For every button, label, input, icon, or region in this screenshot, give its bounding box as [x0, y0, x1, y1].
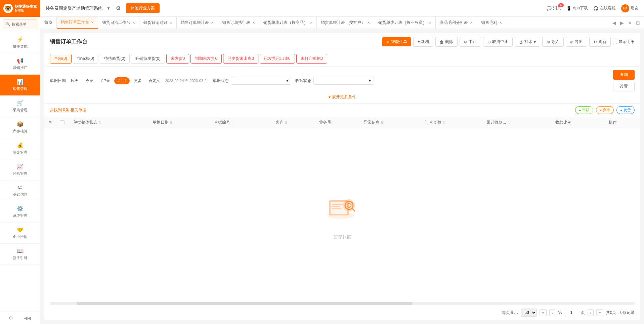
tab-expand-button[interactable]: ⊡: [635, 19, 641, 27]
prev-page-button[interactable]: ‹: [549, 309, 555, 316]
online-service-button[interactable]: 🎧 在线客服: [593, 5, 616, 11]
search-menu-button[interactable]: 🔍 搜索菜单: [3, 19, 37, 29]
filter-tab-all[interactable]: 全部(0): [50, 54, 72, 64]
per-page-select[interactable]: 50: [521, 309, 537, 317]
last-page-button[interactable]: »: [596, 309, 603, 316]
table-col-settings[interactable]: ⊞: [44, 117, 56, 128]
cancel-audit-button[interactable]: ● 弃审: [596, 106, 614, 114]
tab-sales-product[interactable]: 销货单统计表（按商品） ✕: [259, 17, 317, 29]
tab-sales-exec[interactable]: 销售订单执行表 ✕: [218, 17, 259, 29]
filter-tab-overdue[interactable]: 到期未发货0: [190, 54, 222, 64]
sort-amount-icon[interactable]: ⇅: [442, 121, 445, 124]
tab-sales-order-close[interactable]: ✕: [91, 21, 94, 24]
tab-cash-reconcile-close[interactable]: ✕: [170, 21, 172, 25]
tab-sales-staff-close[interactable]: ✕: [429, 21, 431, 25]
audit-button[interactable]: ● 审核: [575, 106, 593, 114]
sidebar-item-operations[interactable]: 📈 经营管理: [0, 159, 40, 180]
show-detail-checkbox[interactable]: [613, 40, 617, 44]
sidebar-item-marketing[interactable]: 📢 营销推广: [0, 53, 40, 75]
expand-conditions-button[interactable]: ▾ 展开更多条件: [329, 94, 356, 100]
sort-exception-icon[interactable]: ⇅: [381, 121, 383, 124]
set-button[interactable]: 设置: [613, 82, 635, 91]
tab-gross-close[interactable]: ✕: [499, 21, 502, 25]
tab-prev-button[interactable]: ◀: [611, 19, 617, 27]
sidebar-item-system[interactable]: ⚙️ 系统管理: [0, 201, 40, 222]
date-custom[interactable]: 自定义: [146, 77, 163, 84]
tab-sales-stats-close[interactable]: ✕: [211, 21, 214, 25]
system-dropdown[interactable]: ▼: [106, 6, 111, 11]
cancel-suspend-button[interactable]: ⊙ 取消中止: [483, 37, 513, 47]
app-download-button[interactable]: 📱 App下载: [566, 5, 588, 11]
settings-bottom-button[interactable]: ⚙: [9, 315, 13, 321]
user-menu[interactable]: Ea 用友: [621, 4, 639, 12]
tab-gross[interactable]: 销售毛利 ✕: [477, 17, 506, 29]
tab-cash-reconcile[interactable]: 钱货日清对账 ✕: [139, 17, 177, 29]
filter-tab-shipped-not-out[interactable]: 已发货未出库0: [223, 54, 258, 64]
print-button[interactable]: 🖨 打印 ▾: [515, 37, 540, 47]
sort-number-icon[interactable]: ⇅: [231, 121, 234, 124]
sidebar-item-basic[interactable]: 🗂 基础信息: [0, 180, 40, 201]
horizontal-scrollbar[interactable]: [50, 302, 635, 305]
query-button[interactable]: 查询: [613, 70, 635, 80]
filter-tab-wangpu[interactable]: 旺铺待发货(0): [131, 54, 165, 64]
next-page-button[interactable]: ›: [588, 309, 594, 316]
message-button[interactable]: 💬 消息 6: [547, 5, 561, 11]
sort-status-icon[interactable]: ⇅: [98, 121, 101, 124]
tab-sales-staff[interactable]: 销货单统计表（按业务员） ✕: [374, 17, 436, 29]
sidebar-search[interactable]: 🔍 搜索菜单: [0, 17, 40, 32]
tab-sales-exec-close[interactable]: ✕: [252, 21, 255, 25]
page-input[interactable]: [565, 309, 578, 316]
sidebar-item-enterprise[interactable]: 🤝 企业协同: [0, 222, 40, 244]
sidebar-item-quick-nav[interactable]: ⚡ 快捷导航: [0, 32, 40, 53]
filter-tab-not-shipped[interactable]: 未发货0: [166, 54, 189, 64]
sort-date-icon[interactable]: ⇅: [170, 121, 172, 124]
delete-button[interactable]: 🗑 删除: [435, 37, 458, 47]
settings-icon[interactable]: ⚙: [116, 5, 121, 11]
select-all-checkbox[interactable]: [60, 120, 65, 125]
status-filter-select[interactable]: ▾: [231, 77, 291, 85]
tab-margin[interactable]: 商品毛利分析表 ✕: [436, 17, 477, 29]
tab-sales-customer[interactable]: 销货单统计表（按客户） ✕: [317, 17, 374, 29]
export-button[interactable]: ⊕ 导出: [566, 37, 587, 47]
filter-tab-pending-check[interactable]: 待拣验货(0): [100, 54, 130, 64]
show-detail-checkbox-group[interactable]: 显示明细: [613, 39, 635, 45]
sidebar-item-purchase[interactable]: 🛒 采购管理: [0, 96, 40, 117]
new-button[interactable]: + 新增: [413, 37, 433, 47]
tab-next-button[interactable]: ▶: [619, 19, 625, 27]
filter-tab-not-printed[interactable]: 未打印单据0: [296, 54, 328, 64]
tab-cash-daily-close[interactable]: ✕: [132, 21, 135, 25]
tab-sales-customer-close[interactable]: ✕: [367, 21, 370, 25]
tab-margin-close[interactable]: ✕: [470, 21, 473, 25]
smart-create-button[interactable]: ★ 智能生单: [382, 37, 411, 46]
date-more[interactable]: 更多: [131, 77, 144, 84]
tab-sales-product-close[interactable]: ✕: [310, 21, 312, 25]
sidebar-item-finance[interactable]: 💰 资金管理: [0, 138, 40, 159]
date-yesterday[interactable]: 昨天: [68, 77, 81, 84]
col-settings-icon[interactable]: ⊞: [48, 120, 52, 125]
suspend-button[interactable]: ⊘ 中止: [460, 37, 481, 47]
sort-collected-icon[interactable]: ⇅: [507, 121, 510, 124]
industry-btn[interactable]: 体验行业方案: [126, 3, 160, 13]
tab-sales-order[interactable]: 销售订单工作台 ✕: [57, 17, 98, 29]
table-col-checkbox[interactable]: [56, 117, 69, 128]
date-1month[interactable]: 近1月: [114, 77, 130, 84]
filter-tab-shipped-out[interactable]: 已发货已出库0: [260, 54, 295, 64]
sidebar-item-inventory[interactable]: 📦 库存核算: [0, 117, 40, 138]
tab-cash-daily[interactable]: 钱货日清工作台 ✕: [98, 17, 139, 29]
collapse-button[interactable]: ◀◀: [24, 315, 31, 321]
tab-close-all-button[interactable]: ✕: [627, 19, 633, 27]
filter-tab-pending-review[interactable]: 待审核(0): [73, 54, 99, 64]
payment-filter-select[interactable]: ▾: [313, 77, 374, 85]
first-page-button[interactable]: «: [540, 309, 547, 316]
refresh-button[interactable]: ↻ 刷新: [589, 37, 611, 47]
sidebar-item-guide[interactable]: 📖 新手引导: [0, 244, 40, 265]
import-button[interactable]: ⊕ 导入: [542, 37, 564, 47]
date-7days[interactable]: 近7天: [97, 77, 113, 84]
date-today[interactable]: 今天: [83, 77, 96, 84]
sort-customer-icon[interactable]: ⇅: [285, 121, 287, 124]
tab-sales-stats[interactable]: 销售订单统计表 ✕: [177, 17, 218, 29]
scrollbar-thumb[interactable]: [77, 302, 413, 305]
sidebar-item-sales[interactable]: 📊 销售管理: [0, 75, 40, 96]
ship-button[interactable]: ● 发货: [616, 106, 635, 114]
tab-home[interactable]: 首页: [40, 17, 57, 29]
